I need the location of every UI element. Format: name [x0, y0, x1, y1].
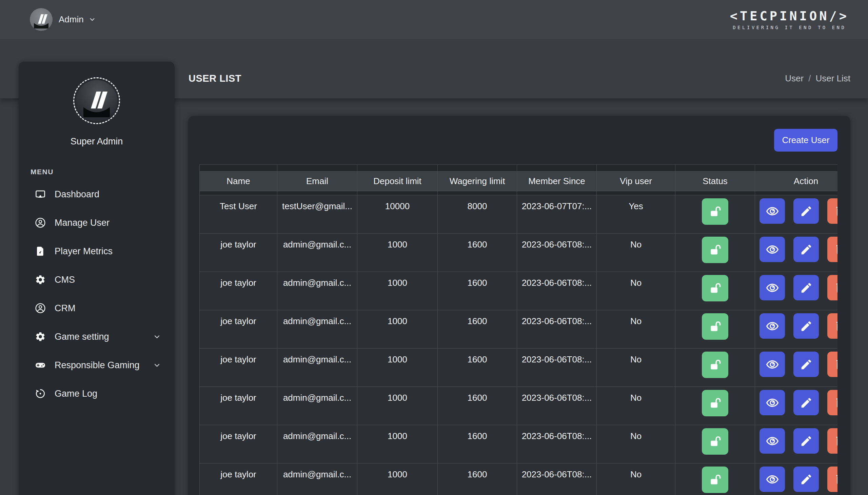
delete-button[interactable] — [827, 466, 837, 492]
sidebar-item-crm[interactable]: CRM — [19, 294, 175, 322]
sidebar-item-game-setting[interactable]: Game setting — [19, 322, 175, 351]
view-button[interactable] — [760, 237, 785, 262]
cell-status — [676, 310, 755, 348]
delete-button[interactable] — [827, 275, 837, 301]
cell-vip-user: Yes — [597, 195, 676, 234]
chevron-down-icon — [153, 361, 161, 369]
brand-logo: <TECPINION/> DELIVERING IT END TO END — [730, 9, 852, 30]
cell-email: admin@gmail.c... — [277, 234, 357, 272]
sidebar-item-cms[interactable]: CMS — [19, 266, 175, 294]
status-unlock-button[interactable] — [702, 313, 728, 340]
status-unlock-button[interactable] — [702, 390, 728, 416]
create-user-button[interactable]: Create User — [774, 129, 837, 152]
view-button[interactable] — [760, 428, 785, 454]
delete-button[interactable] — [827, 237, 837, 262]
cell-wagering-limit: 1600 — [438, 387, 517, 425]
trash-icon — [834, 473, 837, 486]
edit-button[interactable] — [794, 466, 819, 492]
view-button[interactable] — [760, 275, 785, 301]
cell-name: joe taylor — [200, 272, 277, 310]
cell-deposit-limit: 10000 — [357, 195, 438, 234]
status-unlock-button[interactable] — [702, 198, 728, 225]
sidebar-item-label: CMS — [55, 275, 75, 285]
user-table: Name Email Deposit limit Wagering limit … — [199, 165, 837, 495]
view-button[interactable] — [760, 352, 785, 377]
edit-button[interactable] — [794, 198, 819, 224]
cell-member-since: 2023-06-06T08:... — [517, 425, 597, 463]
admin-dropdown[interactable]: Admin — [59, 14, 96, 25]
column-header-vip-user: Vip user — [597, 172, 676, 191]
history-icon — [35, 388, 46, 399]
delete-button[interactable] — [827, 390, 837, 415]
cell-deposit-limit: 1000 — [357, 387, 438, 425]
sidebar-item-player-metrics[interactable]: Player Metrics — [19, 237, 175, 266]
top-navbar: Admin <TECPINION/> DELIVERING IT END TO … — [0, 0, 868, 39]
cell-vip-user: No — [597, 463, 676, 495]
cell-deposit-limit: 1000 — [357, 310, 438, 348]
table-header-row: Name Email Deposit limit Wagering limit … — [200, 172, 838, 191]
status-unlock-button[interactable] — [702, 237, 728, 263]
view-button[interactable] — [760, 390, 785, 415]
status-unlock-button[interactable] — [702, 275, 728, 302]
profile-avatar[interactable] — [73, 77, 120, 124]
sidebar-item-label: CRM — [55, 303, 75, 313]
edit-button[interactable] — [794, 237, 819, 262]
status-unlock-button[interactable] — [702, 466, 728, 493]
brand-avatar — [30, 8, 53, 31]
breadcrumb-current: User List — [815, 73, 850, 84]
cell-vip-user: No — [597, 387, 676, 425]
edit-button[interactable] — [794, 275, 819, 301]
breadcrumb-link-user[interactable]: User — [785, 73, 804, 84]
unlock-icon — [709, 205, 721, 218]
cell-wagering-limit: 1600 — [438, 234, 517, 272]
view-button[interactable] — [760, 313, 785, 339]
trash-icon — [834, 205, 837, 218]
admin-label: Admin — [59, 14, 84, 25]
unlock-icon — [709, 282, 721, 295]
cell-action — [755, 310, 838, 348]
eye-icon — [766, 281, 779, 295]
edit-button[interactable] — [794, 428, 819, 454]
cell-action — [755, 463, 838, 495]
pencil-icon — [800, 320, 813, 332]
cell-member-since: 2023-06-06T08:... — [517, 234, 597, 272]
sidebar-item-game-log[interactable]: Game Log — [19, 379, 175, 408]
edit-button[interactable] — [794, 313, 819, 339]
cell-status — [676, 195, 755, 234]
gear-icon — [35, 331, 46, 342]
table-spacer-row — [200, 191, 838, 195]
sidebar-item-responsible-gaming[interactable]: Responsible Gaming — [19, 351, 175, 379]
trash-icon — [834, 396, 837, 409]
table-row: Test User testUser@gmail... 10000 8000 2… — [200, 195, 838, 234]
page-title: USER LIST — [188, 73, 241, 84]
cell-vip-user: No — [597, 425, 676, 463]
sidebar-item-manage-user[interactable]: Manage User — [19, 208, 175, 237]
view-button[interactable] — [760, 198, 785, 224]
cell-vip-user: No — [597, 234, 676, 272]
user-list-card: Create User Name Email Deposit limit Wag… — [188, 116, 850, 495]
column-header-member-since: Member Since — [517, 172, 597, 191]
cell-deposit-limit: 1000 — [357, 272, 438, 310]
status-unlock-button[interactable] — [702, 352, 728, 378]
view-button[interactable] — [760, 466, 785, 492]
table-row: joe taylor admin@gmail.c... 1000 1600 20… — [200, 272, 838, 310]
column-header-name: Name — [200, 172, 277, 191]
edit-button[interactable] — [794, 352, 819, 377]
cell-member-since: 2023-06-06T08:... — [517, 272, 597, 310]
delete-button[interactable] — [827, 313, 837, 339]
table-row: joe taylor admin@gmail.c... 1000 1600 20… — [200, 234, 838, 272]
status-unlock-button[interactable] — [702, 428, 728, 455]
edit-button[interactable] — [794, 390, 819, 415]
delete-button[interactable] — [827, 198, 837, 224]
cell-name: joe taylor — [200, 310, 277, 348]
delete-button[interactable] — [827, 428, 837, 454]
table-row: joe taylor admin@gmail.c... 1000 1600 20… — [200, 425, 838, 463]
brand-logo-text: <TECPINION/> — [730, 9, 849, 23]
sidebar-item-dashboard[interactable]: Dashboard — [19, 180, 175, 208]
breadcrumb-separator: / — [808, 73, 811, 84]
pencil-icon — [800, 205, 813, 218]
column-header-status: Status — [676, 172, 755, 191]
delete-button[interactable] — [827, 352, 837, 377]
sidebar-item-label: Manage User — [55, 218, 109, 228]
table-row: joe taylor admin@gmail.c... 1000 1600 20… — [200, 463, 838, 495]
